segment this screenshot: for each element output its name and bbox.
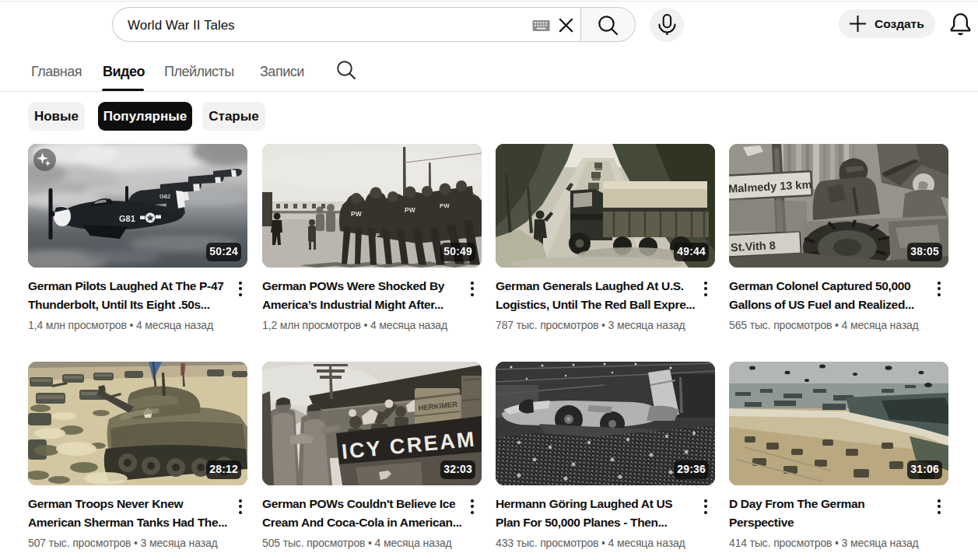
svg-text:St.Vith 8: St.Vith 8 bbox=[731, 239, 776, 254]
svg-text:PW: PW bbox=[440, 202, 450, 209]
svg-text:PW: PW bbox=[405, 206, 416, 214]
svg-text:PW: PW bbox=[351, 210, 363, 218]
svg-text:P: P bbox=[376, 232, 380, 239]
svg-text:G82: G82 bbox=[159, 193, 170, 200]
svg-text:G81: G81 bbox=[119, 214, 135, 223]
